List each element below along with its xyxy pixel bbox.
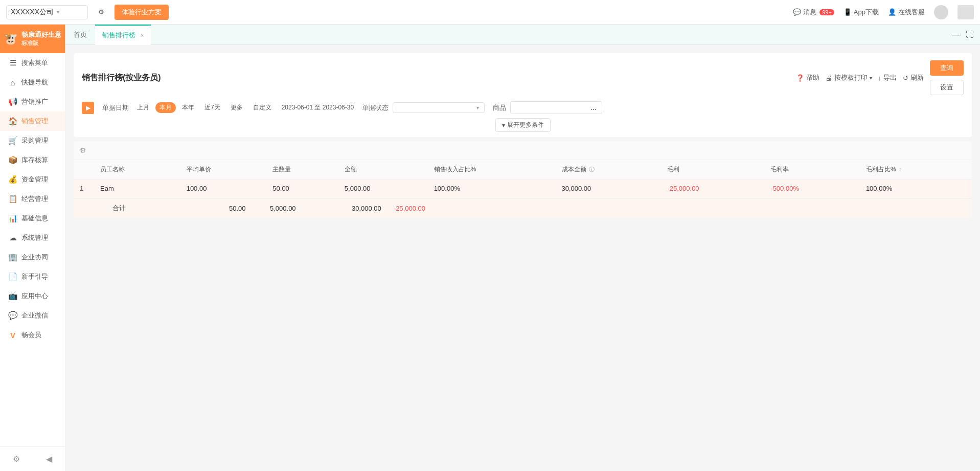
tab-sales-ranking[interactable]: 销售排行榜 × (95, 25, 151, 45)
collapse-arrow-button[interactable]: ▶ (82, 102, 94, 114)
status-filter: 单据状态 ▾ (362, 102, 485, 113)
sidebar-item-marketing[interactable]: 📢 营销推广 (0, 92, 65, 111)
sidebar-item-purchase[interactable]: 🛒 采购管理 (0, 131, 65, 150)
table-settings-icon[interactable]: ⚙ (80, 146, 86, 154)
sidebar-item-finance[interactable]: 💰 资金管理 (0, 170, 65, 189)
company-name: XXXXXX公司 (11, 8, 54, 17)
tab-home[interactable]: 首页 (65, 25, 95, 45)
data-table: 员工名称 平均单价 主数量 全额 销售收入占比% 成本全额 ⓘ 毛利 毛利率 (74, 160, 972, 198)
sidebar: 🐮 畅康通好生意 标准版 ☰ 搜索菜单 ⌂ 快捷导航 📢 营销推广 🏠 销售 (0, 25, 65, 471)
help-button[interactable]: ❓ 帮助 (796, 73, 819, 82)
top-right-area: 💬 消息 99+ 📱 App下载 👤 在线客服 (793, 5, 974, 19)
col-gross-pct: 毛利占比% ↕ (860, 160, 972, 180)
col-name: 员工名称 (94, 160, 180, 180)
help-icon: ❓ (796, 74, 804, 82)
sidebar-item-shortcut[interactable]: ⌂ 快捷导航 (0, 73, 65, 92)
tab-active-label: 销售排行榜 (102, 31, 135, 40)
app-download-button[interactable]: 📱 App下载 (844, 8, 879, 17)
col-gross-rate: 毛利率 (764, 160, 860, 180)
sidebar-item-basic[interactable]: 📊 基础信息 (0, 209, 65, 228)
marketing-icon: 📢 (8, 97, 17, 106)
sidebar-item-sales[interactable]: 🏠 销售管理 (0, 111, 65, 131)
sidebar-item-inventory[interactable]: 📦 库存核算 (0, 150, 65, 170)
sidebar-item-wechat[interactable]: 💬 企业微信 (0, 306, 65, 325)
tab-close-icon[interactable]: × (141, 32, 144, 38)
tab-bar-right: — ⛶ (946, 30, 980, 39)
mobile-icon: 📱 (844, 8, 852, 16)
online-service-button[interactable]: 👤 在线客服 (888, 8, 925, 17)
tab-minimize-button[interactable]: — (952, 30, 961, 39)
message-button[interactable]: 💬 消息 99+ (793, 8, 834, 17)
table-header-row: 员工名称 平均单价 主数量 全额 销售收入占比% 成本全额 ⓘ 毛利 毛利率 (74, 160, 972, 180)
goods-input[interactable]: … (510, 101, 602, 114)
footer-values: 50.00 5,000.00 30,000.00 -25,000.00 (182, 205, 966, 212)
sidebar-item-search[interactable]: ☰ 搜索菜单 (0, 53, 65, 73)
sidebar-settings-button[interactable]: ⚙ (10, 451, 23, 467)
cell-gross: -25,000.00 (661, 180, 764, 198)
user-name-area[interactable] (958, 5, 974, 19)
page-header: 销售排行榜(按业务员) ❓ 帮助 🖨 按模板打印 ▾ (74, 53, 972, 137)
query-button[interactable]: 查询 (930, 60, 964, 76)
sidebar-label-shortcut: 快捷导航 (21, 78, 48, 87)
enterprise-icon: 🏢 (8, 253, 17, 262)
date-tab-more[interactable]: 更多 (226, 102, 247, 113)
cost-info-icon[interactable]: ⓘ (589, 166, 595, 172)
sidebar-label-apps: 应用中心 (21, 291, 48, 301)
tab-home-label: 首页 (74, 30, 87, 39)
query-set-group: 查询 设置 (930, 60, 964, 95)
sidebar-item-guide[interactable]: 📄 新手引导 (0, 267, 65, 286)
table-toolbar: ⚙ (74, 141, 972, 160)
sidebar-label-enterprise: 企业协同 (21, 253, 48, 262)
footer-avg-price (182, 205, 223, 212)
sidebar-item-apps[interactable]: 📺 应用中心 (0, 286, 65, 306)
cell-rank: 1 (74, 180, 94, 198)
footer-gross: -25,000.00 (388, 205, 431, 212)
export-button[interactable]: ↓ 导出 (878, 73, 897, 82)
operation-icon: 📋 (8, 194, 17, 204)
sidebar-item-member[interactable]: V 畅会员 (0, 325, 65, 345)
logo-name: 畅康通好生意 (21, 31, 61, 39)
guide-icon: 📄 (8, 272, 17, 281)
date-tab-year[interactable]: 本年 (178, 102, 198, 113)
inventory-icon: 📦 (8, 155, 17, 165)
status-select[interactable]: ▾ (393, 102, 485, 113)
page-content: 销售排行榜(按业务员) ❓ 帮助 🖨 按模板打印 ▾ (65, 45, 980, 471)
table-footer: 合计 50.00 5,000.00 30,000.00 -25,000.00 (74, 198, 972, 218)
date-tab-prev[interactable]: 上月 (133, 102, 153, 113)
date-tab-current[interactable]: 本月 (155, 102, 176, 113)
sidebar-label-sales: 销售管理 (21, 117, 48, 126)
sidebar-label-operation: 经营管理 (21, 194, 48, 204)
sidebar-label-inventory: 库存核算 (21, 155, 48, 165)
footer-cost: 30,000.00 (346, 205, 388, 212)
trial-button[interactable]: 体验行业方案 (115, 5, 169, 20)
home-icon: ⌂ (8, 78, 17, 87)
status-filter-label: 单据状态 (362, 103, 389, 113)
sidebar-item-system[interactable]: ☁ 系统管理 (0, 228, 65, 248)
date-tabs: 上月 本月 本年 近7天 更多 自定义 (133, 102, 276, 113)
sidebar-label-basic: 基础信息 (21, 214, 48, 223)
refresh-button[interactable]: ↺ 刷新 (903, 73, 924, 82)
col-total: 全额 (338, 160, 428, 180)
basic-icon: 📊 (8, 214, 17, 223)
sidebar-collapse-button[interactable]: ◀ (43, 451, 55, 467)
date-tab-custom[interactable]: 自定义 (249, 102, 276, 113)
goods-filter: 商品 … (493, 101, 602, 114)
date-tab-7days[interactable]: 近7天 (200, 102, 224, 113)
tab-expand-button[interactable]: ⛶ (966, 30, 974, 39)
settings-button[interactable]: 设置 (930, 80, 964, 95)
company-selector[interactable]: XXXXXX公司 ▾ (6, 5, 88, 19)
date-filter-label: 单据日期 (102, 103, 129, 113)
content-area: 首页 销售排行榜 × — ⛶ 销售排行榜(按业务员) (65, 25, 980, 471)
print-button[interactable]: 🖨 按模板打印 ▾ (826, 73, 872, 82)
cell-name: Eam (94, 180, 180, 198)
sidebar-item-enterprise[interactable]: 🏢 企业协同 (0, 248, 65, 267)
sidebar-item-operation[interactable]: 📋 经营管理 (0, 189, 65, 209)
cell-main-qty: 50.00 (266, 180, 338, 198)
sales-icon: 🏠 (8, 117, 17, 126)
expand-more-button[interactable]: ▾ 展开更多条件 (495, 118, 551, 132)
gross-pct-info-icon[interactable]: ↕ (899, 166, 902, 172)
refresh-icon: ↺ (903, 74, 908, 82)
topbar-settings-button[interactable]: ⚙ (93, 4, 109, 20)
avatar[interactable] (934, 5, 948, 19)
goods-filter-label: 商品 (493, 103, 506, 113)
